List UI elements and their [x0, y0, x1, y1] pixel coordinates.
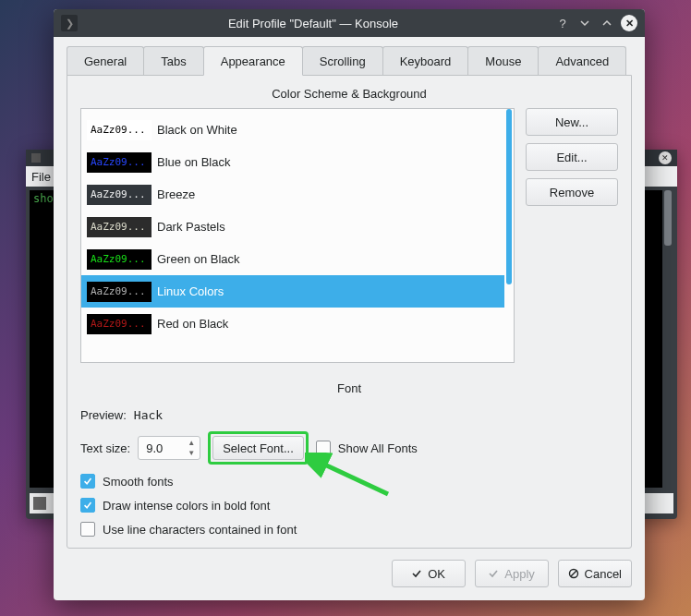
select-font-button[interactable]: Select Font... [212, 436, 304, 460]
tab-page-appearance: Color Scheme & Background AaZz09...Black… [67, 75, 632, 549]
color-scheme-list[interactable]: AaZz09...Black on Random LightAaZz09...B… [80, 108, 515, 363]
edit-scheme-button[interactable]: Edit... [526, 143, 618, 171]
scheme-item[interactable]: AaZz09...Green on Black [81, 243, 504, 275]
scheme-preview-chip: AaZz09... [87, 314, 152, 334]
window-app-icon [31, 153, 41, 163]
svg-line-1 [571, 571, 576, 576]
cancel-button[interactable]: Cancel [558, 560, 632, 587]
annotation-highlight-box: Select Font... [208, 431, 309, 465]
terminal-scrollbar[interactable] [662, 190, 673, 488]
scheme-preview-chip: AaZz09... [87, 120, 152, 140]
smooth-fonts-checkbox[interactable] [80, 474, 95, 489]
cancel-button-label: Cancel [585, 567, 622, 581]
dialog-button-row: OK Apply Cancel [54, 549, 645, 600]
tab-keyboard[interactable]: Keyboard [382, 46, 469, 76]
show-all-fonts-label: Show All Fonts [338, 441, 418, 455]
dialog-title: Edit Profile "Default" — Konsole [78, 17, 549, 30]
show-all-fonts-checkbox[interactable] [316, 441, 331, 455]
maximize-icon[interactable] [599, 15, 615, 31]
font-section-title: Font [80, 380, 618, 403]
menu-file[interactable]: File [31, 170, 51, 184]
close-icon[interactable]: ✕ [621, 15, 637, 31]
font-preview-value: Hack [134, 408, 163, 422]
scheme-preview-chip: AaZz09... [87, 249, 152, 270]
color-scheme-section-title: Color Scheme & Background [80, 85, 618, 108]
scheme-item[interactable]: AaZz09...Blue on Black [81, 146, 504, 178]
check-icon [411, 568, 422, 579]
apply-button[interactable]: Apply [475, 560, 549, 587]
scheme-item[interactable]: AaZz09...Black on White [81, 114, 504, 146]
scheme-name-label: Dark Pastels [157, 220, 225, 234]
font-preview-label: Preview: [80, 408, 127, 422]
tab-bar-icon [33, 497, 46, 510]
cancel-icon [568, 568, 579, 579]
chevron-down-icon[interactable]: ▼ [184, 448, 199, 458]
tab-mouse[interactable]: Mouse [467, 46, 539, 76]
scheme-item[interactable]: AaZz09...Breeze [81, 178, 504, 211]
close-icon[interactable]: ✕ [659, 151, 672, 164]
tab-general[interactable]: General [67, 46, 144, 76]
titlebar-app-icon: ❯ [61, 15, 78, 31]
scheme-list-scrollbar[interactable] [504, 109, 514, 362]
scheme-name-label: Blue on Black [157, 155, 231, 169]
chevron-up-icon[interactable]: ▲ [184, 438, 199, 448]
smooth-fonts-label: Smooth fonts [103, 475, 174, 489]
scheme-preview-chip: AaZz09... [87, 217, 152, 237]
remove-scheme-button[interactable]: Remove [526, 178, 618, 206]
line-chars-checkbox[interactable] [80, 522, 95, 537]
text-size-label: Text size: [80, 441, 130, 455]
scheme-name-label: Breeze [157, 187, 195, 201]
apply-button-label: Apply [504, 567, 535, 581]
scheme-item[interactable]: AaZz09...Linux Colors [81, 275, 504, 308]
scheme-name-label: Red on Black [157, 317, 228, 331]
dialog-titlebar: ❯ Edit Profile "Default" — Konsole ? ✕ [54, 9, 645, 37]
new-scheme-button[interactable]: New... [526, 108, 618, 136]
text-size-spinbox[interactable]: 9.0 ▲ ▼ [138, 436, 200, 460]
scheme-preview-chip: AaZz09... [87, 282, 152, 302]
line-chars-label: Use line characters contained in font [103, 523, 297, 537]
help-icon[interactable]: ? [554, 15, 571, 31]
scheme-name-label: Green on Black [157, 252, 240, 266]
tab-tabs[interactable]: Tabs [143, 46, 203, 76]
text-size-value: 9.0 [146, 441, 163, 455]
tab-appearance[interactable]: Appearance [203, 46, 303, 76]
ok-button[interactable]: OK [392, 560, 466, 587]
check-icon [488, 568, 499, 579]
scheme-item[interactable]: AaZz09...Red on Black [81, 308, 504, 340]
tab-scrolling[interactable]: Scrolling [302, 46, 383, 76]
scheme-name-label: Black on White [157, 123, 237, 137]
bold-intense-label: Draw intense colors in bold font [103, 499, 270, 513]
tab-bar: GeneralTabsAppearanceScrollingKeyboardMo… [67, 46, 632, 76]
ok-button-label: OK [428, 567, 445, 581]
scheme-preview-chip: AaZz09... [87, 152, 152, 173]
tab-advanced[interactable]: Advanced [538, 46, 626, 76]
scheme-name-label: Linux Colors [157, 284, 224, 298]
minimize-icon[interactable] [576, 15, 593, 31]
scheme-item[interactable]: AaZz09...Dark Pastels [81, 211, 504, 243]
bold-intense-checkbox[interactable] [80, 498, 95, 513]
scheme-preview-chip: AaZz09... [87, 185, 152, 205]
edit-profile-dialog: ❯ Edit Profile "Default" — Konsole ? ✕ G… [54, 9, 645, 600]
